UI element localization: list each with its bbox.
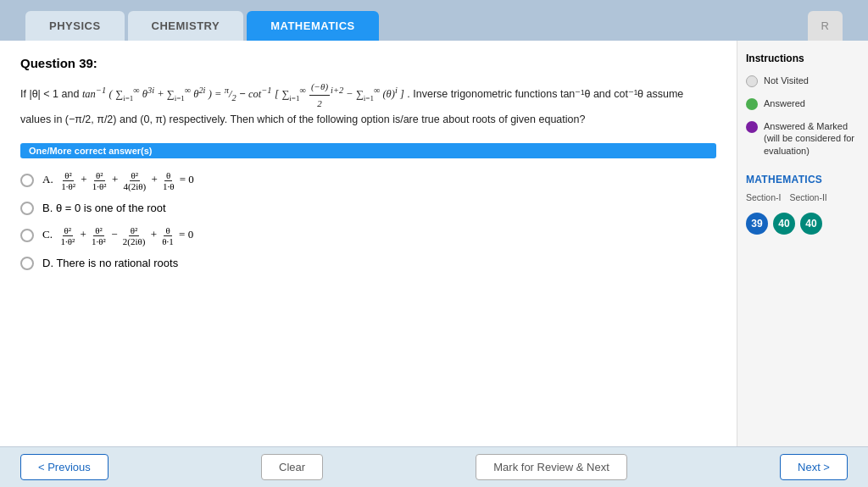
option-radio-c[interactable] [20,229,34,242]
tab-bar: PHYSICS CHEMISTRY MATHEMATICS R [0,0,868,41]
answered-label: Answered [764,97,805,109]
previous-button[interactable]: < Previous [20,454,108,480]
answered-marked-label: Answered & Marked (will be considered fo… [764,120,860,157]
option-label-c: C. θ²1·θ² + θ²1·θ² − θ²2(2iθ) + θθ·1 = 0 [42,225,193,246]
option-item-b[interactable]: B. θ = 0 is one of the root [20,202,716,215]
answered-dot [746,98,758,110]
tab-physics[interactable]: PHYSICS [25,11,125,41]
main-area: Question 39: If |θ| < 1 and tan−1 ( ∑i=1… [0,41,868,446]
option-item-c[interactable]: C. θ²1·θ² + θ²1·θ² − θ²2(2iθ) + θθ·1 = 0 [20,225,716,246]
next-button[interactable]: Next > [780,454,848,480]
num-badge-39[interactable]: 39 [746,213,768,235]
legend-answered: Answered [746,97,860,110]
option-radio-d[interactable] [20,257,34,270]
legend-answered-marked: Answered & Marked (will be considered fo… [746,120,860,157]
answer-type-badge: One/More correct answer(s) [20,143,716,158]
legend-not-visited: Not Visited [746,75,860,87]
number-grid: 39 40 40 [746,213,860,235]
option-radio-b[interactable] [20,202,34,215]
not-visited-label: Not Visited [764,75,809,86]
tab-right[interactable]: R [808,11,843,41]
answered-marked-dot [746,121,758,133]
section-labels: Section-I Section-II [746,192,860,202]
question-panel: Question 39: If |θ| < 1 and tan−1 ( ∑i=1… [0,41,737,446]
num-badge-40b[interactable]: 40 [800,213,822,235]
right-sidebar: Instructions Not Visited Answered Answer… [737,41,868,446]
tab-mathematics[interactable]: MATHEMATICS [247,11,379,41]
sidebar-instructions-label: Instructions [746,53,860,64]
math-section-title: MATHEMATICS [746,174,860,185]
bottom-bar: < Previous Clear Mark for Review & Next … [0,446,868,487]
option-label-a: A. θ²1·θ² + θ²1·θ² + θ²4(2iθ) + θ1·θ = 0 [42,170,194,191]
option-label-b: B. θ = 0 is one of the root [42,202,166,214]
mark-review-button[interactable]: Mark for Review & Next [476,454,627,480]
option-item-d[interactable]: D. There is no rational roots [20,257,716,270]
option-radio-a[interactable] [20,174,34,187]
tab-chemistry[interactable]: CHEMISTRY [128,11,244,41]
section-label-1: Section-I [746,192,781,202]
clear-button[interactable]: Clear [261,454,323,480]
options-list: A. θ²1·θ² + θ²1·θ² + θ²4(2iθ) + θ1·θ = 0… [20,170,716,270]
not-visited-dot [746,75,758,87]
num-badge-40a[interactable]: 40 [773,213,795,235]
question-title: Question 39: [20,56,716,70]
option-item-a[interactable]: A. θ²1·θ² + θ²1·θ² + θ²4(2iθ) + θ1·θ = 0 [20,170,716,191]
section-label-2: Section-II [789,192,826,202]
question-body: If |θ| < 1 and tan−1 ( ∑i=1∞ θ3i + ∑i=1∞… [20,79,716,130]
option-label-d: D. There is no rational roots [42,257,178,269]
